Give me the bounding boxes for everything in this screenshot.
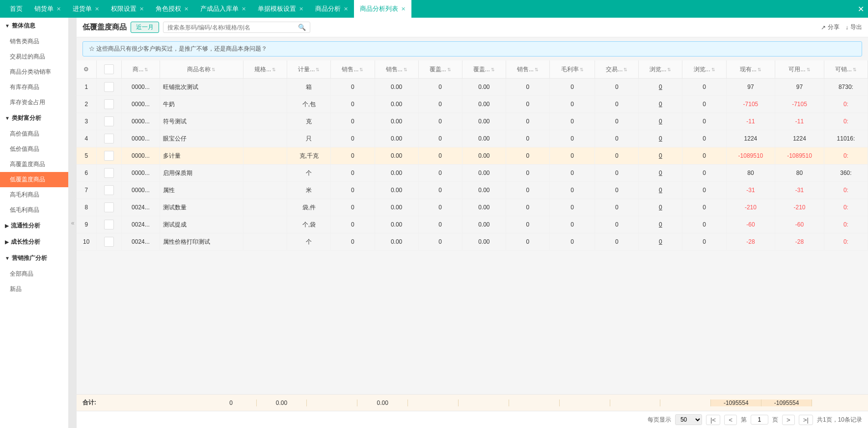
sidebar-item-category-rate[interactable]: 商品分类动销率 <box>0 64 68 80</box>
row-checkbox[interactable] <box>96 216 122 233</box>
sidebar-item-inventory-capital[interactable]: 库存资金占用 <box>0 95 68 110</box>
col-cover2[interactable]: 覆盖...⇅ <box>462 60 506 79</box>
row-code: 0000... <box>122 130 160 147</box>
row-available: -31 <box>775 182 824 199</box>
nav-roles[interactable]: 角色授权 ✕ <box>150 0 194 18</box>
row-browse1[interactable]: 0 <box>639 130 682 147</box>
row-browse1[interactable]: 0 <box>639 165 682 182</box>
row-cover1: 0 <box>418 165 462 182</box>
nav-roles-close[interactable]: ✕ <box>184 6 189 12</box>
row-browse1[interactable]: 0 <box>639 113 682 130</box>
row-browse1[interactable]: 0 <box>639 79 682 96</box>
col-settings[interactable]: ⚙ <box>77 60 96 79</box>
export-button[interactable]: ↓ 导出 <box>845 23 862 31</box>
sidebar-collapse-button[interactable]: « <box>69 18 77 428</box>
row-sale-count: 0 <box>331 147 375 165</box>
sidebar-item-traded-products[interactable]: 交易过的商品 <box>0 49 68 64</box>
nav-templates-close[interactable]: ✕ <box>299 6 303 12</box>
sidebar-item-low-profit[interactable]: 低毛利商品 <box>0 202 68 218</box>
col-sale3[interactable]: 销售...⇅ <box>506 60 549 79</box>
col-sale-count[interactable]: 销售...⇅ <box>331 60 375 79</box>
share-button[interactable]: ↗ 分享 <box>821 23 840 31</box>
nav-home[interactable]: 首页 <box>4 0 28 18</box>
row-sale-count: 0 <box>331 199 375 216</box>
nav-permissions[interactable]: 权限设置 ✕ <box>105 0 150 18</box>
nav-purchase[interactable]: 进货单 ✕ <box>67 0 105 18</box>
nav-sales-close[interactable]: ✕ <box>56 6 61 12</box>
sidebar-item-high-value[interactable]: 高价值商品 <box>0 126 68 142</box>
sidebar-item-low-value[interactable]: 低价值商品 <box>0 142 68 157</box>
row-gross: 0 <box>550 79 595 96</box>
row-checkbox[interactable] <box>96 199 122 216</box>
sidebar-section-liquidity[interactable]: ▶ 流通性分析 <box>0 218 68 234</box>
sidebar-item-stocked-products[interactable]: 有库存商品 <box>0 80 68 95</box>
col-code[interactable]: 商...⇅ <box>122 60 160 79</box>
first-page-button[interactable]: |< <box>706 415 720 425</box>
row-code: 0000... <box>122 182 160 199</box>
row-cover1: 0 <box>418 233 462 251</box>
nav-sales[interactable]: 销货单 ✕ <box>28 0 67 18</box>
row-checkbox[interactable] <box>96 79 122 96</box>
last-page-button[interactable]: >| <box>799 415 813 425</box>
nav-permissions-close[interactable]: ✕ <box>139 6 144 12</box>
nav-analysis-list-close[interactable]: ✕ <box>401 6 406 12</box>
row-browse1[interactable]: 0 <box>639 147 682 165</box>
filter-period-button[interactable]: 近一月 <box>131 22 159 33</box>
col-current[interactable]: 现有...⇅ <box>726 60 775 79</box>
table-row: 8 0024... 测试数量 袋,件 0 0.00 0 0.00 0 0 0 0… <box>77 199 868 216</box>
main-layout: ▼ 整体信息 销售类商品 交易过的商品 商品分类动销率 有库存商品 库存资金占用… <box>0 18 868 428</box>
col-saleable[interactable]: 可销...⇅ <box>824 60 868 79</box>
row-browse1[interactable]: 0 <box>639 233 682 251</box>
sidebar-item-new-products[interactable]: 新品 <box>0 282 68 297</box>
col-browse2[interactable]: 浏览...⇅ <box>682 60 726 79</box>
sidebar-item-low-coverage[interactable]: 低覆盖度商品 <box>0 172 68 187</box>
page-size-select[interactable]: 50 20 100 200 <box>675 414 702 425</box>
row-browse1[interactable]: 0 <box>639 199 682 216</box>
nav-analysis[interactable]: 商品分析 ✕ <box>309 0 354 18</box>
col-cover1[interactable]: 覆盖...⇅ <box>418 60 462 79</box>
sidebar-item-sales-products[interactable]: 销售类商品 <box>0 34 68 49</box>
row-available: -1089510 <box>775 147 824 165</box>
nav-analysis-close[interactable]: ✕ <box>344 6 348 12</box>
row-checkbox[interactable] <box>96 182 122 199</box>
header-checkbox[interactable] <box>104 64 114 74</box>
col-unit[interactable]: 计量...⇅ <box>287 60 331 79</box>
nav-templates[interactable]: 单据模板设置 ✕ <box>252 0 309 18</box>
col-available[interactable]: 可用...⇅ <box>775 60 824 79</box>
col-gross[interactable]: 毛利率⇅ <box>550 60 595 79</box>
next-page-button[interactable]: > <box>782 415 795 425</box>
row-browse2: 0 <box>682 182 726 199</box>
sidebar-item-all-products[interactable]: 全部商品 <box>0 266 68 282</box>
row-checkbox[interactable] <box>96 96 122 113</box>
sidebar-item-high-profit[interactable]: 高毛利商品 <box>0 187 68 202</box>
sidebar-item-high-coverage[interactable]: 高覆盖度商品 <box>0 157 68 172</box>
nav-analysis-list[interactable]: 商品分析列表 ✕ <box>354 0 411 18</box>
row-current: -1089510 <box>726 147 775 165</box>
row-checkbox[interactable] <box>96 113 122 130</box>
row-no: 10 <box>77 233 96 251</box>
row-checkbox[interactable] <box>96 147 122 165</box>
row-browse1[interactable]: 0 <box>639 182 682 199</box>
nav-products[interactable]: 产成品入库单 ✕ <box>194 0 252 18</box>
row-checkbox[interactable] <box>96 165 122 182</box>
nav-purchase-close[interactable]: ✕ <box>95 6 99 12</box>
nav-products-close[interactable]: ✕ <box>242 6 246 12</box>
sidebar-section-growth[interactable]: ▶ 成长性分析 <box>0 234 68 250</box>
sidebar-section-wealth[interactable]: ▼ 类财富分析 <box>0 110 68 126</box>
col-spec[interactable]: 规格...⇅ <box>244 60 287 79</box>
prev-page-button[interactable]: < <box>724 415 737 425</box>
window-close-button[interactable]: ✕ <box>858 4 864 14</box>
col-name[interactable]: 商品名称⇅ <box>160 60 243 79</box>
col-sale-amount[interactable]: 销售...⇅ <box>375 60 418 79</box>
col-trade[interactable]: 交易...⇅ <box>595 60 639 79</box>
row-browse1[interactable]: 0 <box>639 96 682 113</box>
row-name: 眼宝公仔 <box>160 130 243 147</box>
row-browse1[interactable]: 0 <box>639 216 682 233</box>
sidebar-section-marketing[interactable]: ▼ 营销推广分析 <box>0 250 68 266</box>
search-input[interactable] <box>167 24 298 31</box>
page-input[interactable] <box>751 415 768 425</box>
row-checkbox[interactable] <box>96 130 122 147</box>
sidebar-section-overall[interactable]: ▼ 整体信息 <box>0 18 68 34</box>
row-checkbox[interactable] <box>96 233 122 251</box>
col-browse1[interactable]: 浏览...⇅ <box>639 60 682 79</box>
